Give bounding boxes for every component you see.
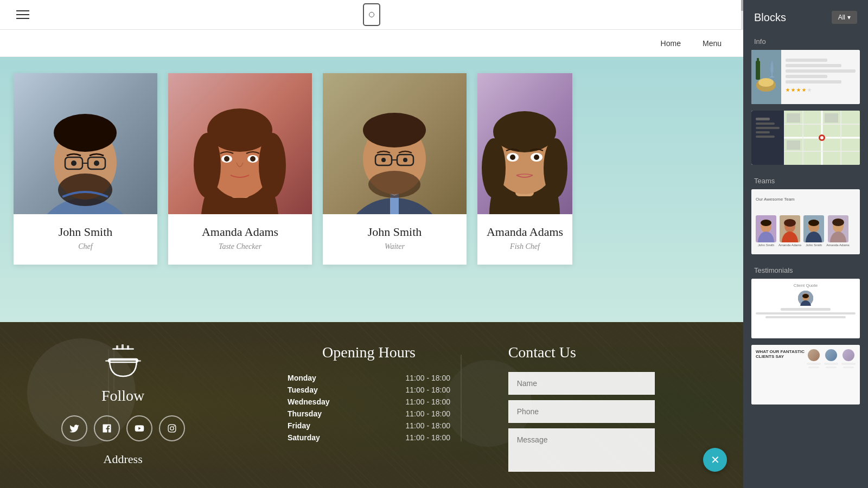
sidebar-testimonials2-content: WHAT OUR FANTASTIC CLIENTS SAY xyxy=(751,345,860,404)
sidebar-block-inner-testimonials2: WHAT OUR FANTASTIC CLIENTS SAY xyxy=(751,345,860,404)
sidebar-block-inner-teams: Our Awesome Team John Smith xyxy=(751,189,860,254)
sidebar-teams-header: Our Awesome Team xyxy=(754,197,857,202)
team-card-3[interactable]: John Smith Waiter xyxy=(323,73,467,265)
hours-day-tuesday: Tuesday xyxy=(288,386,318,394)
svg-point-26 xyxy=(368,171,420,198)
sidebar-section-teams: Teams xyxy=(743,171,868,189)
sidebar-block-info-map[interactable] xyxy=(751,111,860,165)
hours-row-wednesday: Wednesday 11:00 - 18:00 xyxy=(288,396,450,408)
footer-section: Follow xyxy=(0,322,743,488)
svg-point-18 xyxy=(224,156,229,162)
svg-point-73 xyxy=(820,136,824,139)
sidebar-t2-avatar-2 xyxy=(825,349,837,361)
svg-point-39 xyxy=(510,155,515,160)
hours-table: Monday 11:00 - 18:00 Tuesday 11:00 - 18:… xyxy=(288,372,450,444)
hours-time-friday: 11:00 - 18:00 xyxy=(405,421,450,430)
footer-contact-title: Contact Us xyxy=(508,344,576,361)
sidebar-t2-col-2 xyxy=(824,349,838,368)
social-facebook[interactable] xyxy=(94,415,120,441)
svg-point-3 xyxy=(54,114,117,152)
sidebar-block-info-restaurant[interactable] xyxy=(751,50,860,104)
svg-point-84 xyxy=(808,220,819,226)
team-card-4[interactable]: Amanda Adams Fish Chef xyxy=(477,73,572,265)
hours-day-wednesday: Wednesday xyxy=(288,397,330,406)
sidebar-all-button[interactable]: All ▾ xyxy=(832,11,857,24)
team-portrait-2 xyxy=(168,73,312,214)
svg-point-57 xyxy=(758,78,774,87)
contact-name-input[interactable] xyxy=(508,372,655,395)
sidebar-restaurant-content xyxy=(781,50,860,104)
sidebar-header: Blocks All ▾ xyxy=(743,0,868,32)
team-card-1-info: John Smith Chef xyxy=(14,214,157,265)
contact-phone-input[interactable] xyxy=(508,400,655,423)
sidebar-team-label-1: John Smith xyxy=(758,243,774,247)
sidebar-testimonials-content: Client Quote xyxy=(751,279,860,338)
svg-point-92 xyxy=(802,294,809,298)
sidebar-team-avatar-3 xyxy=(803,215,824,242)
svg-point-31 xyxy=(403,158,407,162)
sidebar-restaurant-stars xyxy=(786,88,856,92)
svg-rect-53 xyxy=(136,360,141,362)
nav-menu[interactable]: Menu xyxy=(703,39,722,48)
sidebar-block-testimonials2[interactable]: WHAT OUR FANTASTIC CLIENTS SAY xyxy=(751,345,860,404)
hours-time-monday: 11:00 - 18:00 xyxy=(405,374,450,382)
svg-point-41 xyxy=(534,155,539,160)
svg-rect-69 xyxy=(787,113,800,123)
social-icons-row xyxy=(61,415,185,441)
social-instagram[interactable] xyxy=(159,415,185,441)
team-card-1[interactable]: John Smith Chef xyxy=(14,73,157,265)
team-card-2-name: Amanda Adams xyxy=(176,225,304,239)
sidebar-team-avatar-2 xyxy=(780,215,800,242)
sidebar-teams-content: Our Awesome Team John Smith xyxy=(751,189,860,254)
mobile-preview-icon[interactable] xyxy=(363,3,380,26)
team-card-4-info: Amanda Adams Fish Chef xyxy=(477,214,572,265)
hours-time-thursday: 11:00 - 18:00 xyxy=(405,409,450,418)
hours-day-saturday: Saturday xyxy=(288,433,320,442)
team-section: John Smith Chef xyxy=(0,57,743,322)
svg-point-30 xyxy=(381,158,386,162)
sidebar-restaurant-image xyxy=(751,50,781,104)
sidebar-section-info: Info xyxy=(743,32,868,50)
contact-message-textarea[interactable] xyxy=(508,428,655,472)
sidebar-team-label-4: Amanda Adams xyxy=(826,243,849,247)
footer-follow-label: Follow xyxy=(101,387,144,404)
sidebar-block-testimonials[interactable]: Client Quote xyxy=(751,279,860,338)
sidebar-block-teams[interactable]: Our Awesome Team John Smith xyxy=(751,189,860,254)
svg-point-8 xyxy=(71,160,76,166)
svg-rect-71 xyxy=(787,140,800,150)
team-card-4-role: Fish Chef xyxy=(486,242,564,251)
site-navigation: Home Menu xyxy=(0,30,743,57)
sidebar-block-inner-restaurant xyxy=(751,50,860,104)
svg-rect-70 xyxy=(825,113,838,123)
scroll-thumb xyxy=(741,0,743,11)
footer-hours-title: Opening Hours xyxy=(322,344,416,361)
social-youtube[interactable] xyxy=(126,415,152,441)
svg-point-88 xyxy=(832,219,844,226)
sidebar-testimonial-avatar xyxy=(798,291,813,306)
sidebar-team-label-2: Amanda Adams xyxy=(778,243,801,247)
team-portrait-4 xyxy=(477,73,572,214)
svg-point-25 xyxy=(363,113,426,147)
nav-home[interactable]: Home xyxy=(661,39,681,48)
svg-rect-48 xyxy=(116,345,118,350)
svg-point-9 xyxy=(94,160,99,166)
team-card-4-name: Amanda Adams xyxy=(486,225,564,239)
sidebar-section-testimonials: Testimonials xyxy=(743,261,868,279)
close-button[interactable]: ✕ xyxy=(703,448,727,472)
hamburger-menu[interactable] xyxy=(16,10,29,19)
sidebar-t2-col-1 xyxy=(807,349,821,368)
svg-rect-49 xyxy=(122,344,124,350)
footer-content: Follow xyxy=(0,344,743,472)
hours-row-monday: Monday 11:00 - 18:00 xyxy=(288,372,450,384)
team-card-2[interactable]: Amanda Adams Taste Checker xyxy=(168,73,312,265)
team-card-2-role: Taste Checker xyxy=(176,242,304,251)
svg-point-76 xyxy=(761,220,771,226)
sidebar-map-visual xyxy=(784,111,860,165)
team-portrait-3 xyxy=(323,73,467,214)
sidebar-map-info-panel xyxy=(751,111,784,165)
scroll-indicator xyxy=(741,0,743,29)
toolbar xyxy=(0,0,743,30)
contact-form xyxy=(508,372,655,472)
sidebar-team-avatar-1 xyxy=(756,215,776,242)
social-twitter[interactable] xyxy=(61,415,87,441)
